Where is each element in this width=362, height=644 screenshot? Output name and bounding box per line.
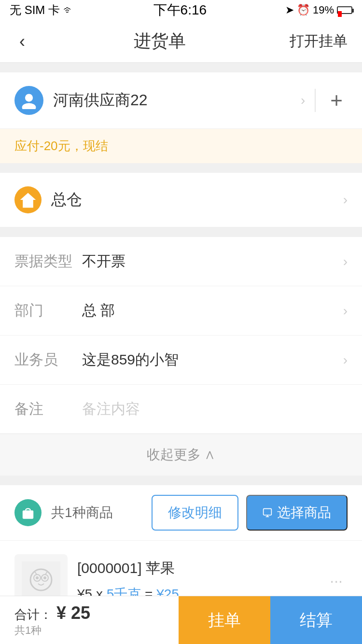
invoice-row[interactable]: 票据类型 不开票 › [0,237,362,286]
total-count: 共1种 [14,623,164,638]
bag-icon [20,505,36,520]
dept-row[interactable]: 部门 总 部 › [0,286,362,335]
gap-1 [0,63,362,72]
invoice-label: 票据类型 [14,252,82,271]
hang-button[interactable]: 挂单 [179,596,270,644]
battery-level: 19% [313,4,334,16]
location-icon: ➤ [285,4,294,16]
chevron-right-icon: › [301,93,305,108]
warehouse-row[interactable]: 总仓 › [0,173,362,227]
chevron-right-icon-dept: › [343,303,348,319]
svg-rect-3 [23,510,33,519]
status-left: 无 SIM 卡 ᯤ [10,2,75,18]
select-product-icon [263,508,272,518]
chevron-right-icon-invoice: › [343,254,348,269]
total-label: 合计： [14,607,52,622]
add-supplier-button[interactable]: + [325,88,348,112]
notice-bar: 应付-20元，现结 [0,129,362,163]
product-image-placeholder [22,561,60,600]
svg-rect-7 [22,561,60,600]
collapse-button[interactable]: 收起更多 ∧ [0,434,362,476]
chevron-right-icon-warehouse: › [343,192,348,208]
form-section: 票据类型 不开票 › 部门 总 部 › 业务员 这是859的小智 › 备注 备注… [0,237,362,476]
supplier-section: 河南供应商22 › + 应付-20元，现结 [0,72,362,163]
supplier-divider [315,89,316,112]
dept-value: 总 部 [82,301,338,321]
gap-3 [0,227,362,237]
remark-placeholder: 备注内容 [82,399,348,419]
settle-button[interactable]: 结算 [270,596,362,644]
salesperson-row[interactable]: 业务员 这是859的小智 › [0,335,362,384]
gap-4 [0,476,362,485]
supplier-name: 河南供应商22 [53,90,296,111]
invoice-value: 不开票 [82,252,338,271]
alarm-icon: ⏰ [297,4,310,16]
svg-point-1 [22,103,36,109]
remark-row[interactable]: 备注 备注内容 [0,384,362,434]
warehouse-name: 总仓 [51,189,338,210]
products-count: 共1种商品 [51,504,152,522]
svg-point-11 [36,576,39,579]
product-name: [0000001] 苹果 [77,559,325,578]
svg-point-0 [25,94,33,102]
supplier-avatar [14,86,43,115]
warehouse-section: 总仓 › [0,173,362,227]
supplier-row[interactable]: 河南供应商22 › + [0,72,362,129]
warehouse-icon [14,186,42,213]
open-pending-button[interactable]: 打开挂单 [290,31,348,51]
total-amount: ¥ 25 [56,603,90,623]
edit-detail-button[interactable]: 修改明细 [152,495,238,531]
sim-status: 无 SIM 卡 ᯤ [10,2,75,18]
total-section: 合计： ¥ 25 共1种 [0,603,179,638]
nav-bar: ‹ 进货单 打开挂单 [0,20,362,63]
svg-marker-2 [20,193,36,208]
salesperson-label: 业务员 [14,350,82,370]
bottom-bar: 合计： ¥ 25 共1种 挂单 结算 [0,596,362,644]
chevron-right-icon-salesperson: › [343,352,348,368]
remark-label: 备注 [14,399,82,419]
house-icon [19,191,37,209]
select-product-button[interactable]: 选择商品 [246,495,348,531]
status-time: 下午6:16 [153,1,207,19]
salesperson-value: 这是859的小智 [82,350,338,370]
select-product-label: 选择商品 [277,504,331,522]
svg-point-12 [43,576,46,579]
battery-icon [337,6,352,14]
back-button[interactable]: ‹ [14,27,30,56]
svg-rect-4 [264,509,272,515]
status-bar: 无 SIM 卡 ᯤ 下午6:16 ➤ ⏰ 19% [0,0,362,20]
product-more-button[interactable]: ··· [325,567,348,595]
products-icon [14,499,42,526]
gap-2 [0,163,362,173]
total-line: 合计： ¥ 25 [14,603,164,623]
page-title: 进货单 [134,29,186,53]
status-right: ➤ ⏰ 19% [285,4,352,16]
dept-label: 部门 [14,301,82,321]
person-icon [20,92,38,109]
products-header: 共1种商品 修改明细 选择商品 [0,485,362,540]
